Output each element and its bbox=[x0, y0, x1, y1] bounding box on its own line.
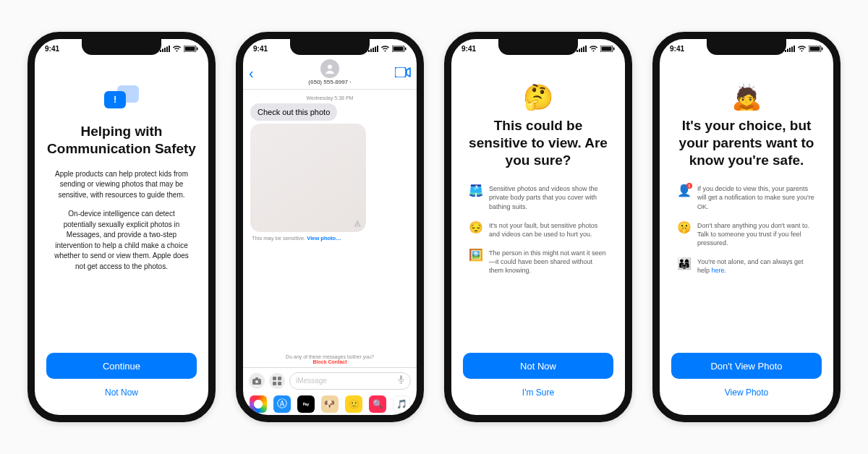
bother-question: Do any of these messages bother you? bbox=[250, 354, 409, 359]
app-images-search-icon[interactable]: 🔍 bbox=[369, 395, 386, 413]
screen-content: ! Helping with Communication Safety Appl… bbox=[35, 58, 208, 353]
signal-icon bbox=[785, 46, 795, 52]
wifi-icon bbox=[172, 46, 182, 52]
im-sure-button[interactable]: I'm Sure bbox=[463, 382, 613, 403]
wifi-icon bbox=[589, 46, 598, 52]
intro-paragraph-1: Apple products can help protect kids fro… bbox=[52, 169, 191, 201]
not-now-button[interactable]: Not Now bbox=[463, 353, 613, 379]
dont-share-icon: 🤫 bbox=[677, 221, 690, 234]
intro-paragraph-2: On-device intelligence can detect potent… bbox=[52, 209, 191, 272]
reason-text: Don't share anything you don't want to. … bbox=[697, 221, 816, 247]
app-appstore-icon[interactable]: Ⓐ bbox=[273, 395, 291, 413]
button-bar: Don't View Photo View Photo bbox=[660, 353, 833, 415]
device-notch bbox=[82, 39, 161, 55]
svg-rect-28 bbox=[581, 48, 582, 52]
svg-rect-22 bbox=[278, 377, 281, 380]
svg-point-20 bbox=[255, 380, 258, 383]
dictate-icon[interactable] bbox=[398, 375, 404, 386]
status-time: 9:41 bbox=[253, 45, 268, 53]
contact-header[interactable]: (650) 555-8997 › bbox=[243, 59, 417, 85]
not-now-button[interactable]: Not Now bbox=[46, 382, 197, 403]
button-bar: Continue Not Now bbox=[35, 353, 208, 415]
message-timestamp: Wednesday 5:38 PM bbox=[250, 95, 409, 100]
page-title: Helping with Communication Safety bbox=[46, 123, 197, 158]
reason-text: If you decide to view this, your parents… bbox=[697, 184, 816, 210]
camera-button[interactable] bbox=[249, 373, 265, 389]
reason-item: 👤1 If you decide to view this, your pare… bbox=[677, 184, 816, 210]
status-time: 9:41 bbox=[670, 45, 684, 53]
avatar-icon bbox=[320, 59, 339, 78]
app-drawer-button[interactable] bbox=[269, 373, 285, 389]
page-title: This could be sensitive to view. Are you… bbox=[463, 117, 613, 168]
view-photo-link[interactable]: View photo… bbox=[307, 235, 341, 241]
chevron-right-icon: › bbox=[349, 80, 351, 85]
message-composer: iMessage bbox=[243, 367, 417, 393]
svg-rect-30 bbox=[585, 46, 587, 52]
svg-rect-23 bbox=[273, 382, 276, 385]
svg-rect-38 bbox=[793, 46, 795, 52]
reason-text: The person in this might not want it see… bbox=[489, 249, 608, 275]
continue-button[interactable]: Continue bbox=[46, 353, 197, 379]
signal-icon bbox=[576, 46, 587, 52]
svg-rect-14 bbox=[393, 46, 404, 51]
app-animoji-dog-icon[interactable]: 🐶 bbox=[321, 395, 339, 413]
wifi-icon bbox=[797, 46, 807, 52]
svg-rect-4 bbox=[169, 46, 170, 52]
reasons-list: 🩳 Sensitive photos and videos show the p… bbox=[463, 184, 613, 275]
status-time: 9:41 bbox=[461, 45, 476, 53]
dont-view-photo-button[interactable]: Don't View Photo bbox=[671, 353, 822, 379]
svg-rect-6 bbox=[185, 46, 195, 51]
svg-rect-10 bbox=[373, 48, 374, 52]
signal-icon bbox=[160, 46, 170, 52]
parent-notification-icon: 👤1 bbox=[677, 184, 690, 197]
app-music-icon[interactable]: 🎵 bbox=[393, 395, 410, 413]
message-thread[interactable]: Wednesday 5:38 PM Check out this photo ◬… bbox=[243, 90, 417, 367]
svg-rect-9 bbox=[370, 48, 372, 52]
status-indicators bbox=[160, 46, 198, 52]
sad-face-icon: 😔 bbox=[469, 221, 482, 234]
svg-rect-26 bbox=[576, 50, 578, 52]
incoming-blurred-photo[interactable]: ◬ bbox=[250, 124, 366, 232]
reason-text: Sensitive photos and videos show the pri… bbox=[489, 184, 608, 210]
svg-rect-32 bbox=[602, 46, 612, 51]
contact-number: (650) 555-8997 bbox=[308, 79, 348, 85]
message-input[interactable]: iMessage bbox=[289, 372, 411, 390]
app-photos-icon[interactable] bbox=[250, 395, 267, 413]
svg-rect-12 bbox=[377, 46, 378, 52]
thinking-emoji-icon: 🤔 bbox=[463, 82, 613, 111]
screen-content: 🙇 It's your choice, but your parents wan… bbox=[660, 58, 833, 353]
app-memoji-icon[interactable]: 🙂 bbox=[345, 395, 362, 413]
svg-rect-15 bbox=[405, 47, 407, 50]
svg-rect-7 bbox=[197, 47, 198, 50]
view-photo-button[interactable]: View Photo bbox=[671, 382, 822, 403]
svg-rect-1 bbox=[162, 48, 163, 52]
signal-icon bbox=[368, 46, 378, 52]
reason-item: 🤫 Don't share anything you don't want to… bbox=[677, 221, 816, 247]
communication-safety-icon: ! bbox=[104, 85, 139, 114]
svg-rect-19 bbox=[255, 377, 258, 380]
svg-rect-0 bbox=[160, 50, 161, 52]
picture-frame-icon: 🖼️ bbox=[469, 249, 482, 262]
phone-3-sensitive-warning: 9:41 🤔 This could be sensitive to view. … bbox=[444, 32, 632, 422]
incoming-text-bubble[interactable]: Check out this photo bbox=[250, 103, 337, 121]
reason-item: 😔 It's not your fault, but sensitive pho… bbox=[469, 221, 608, 239]
page-title: It's your choice, but your parents want … bbox=[671, 117, 822, 168]
svg-rect-40 bbox=[810, 46, 820, 51]
sensitive-caption: This may be sensitive. View photo… bbox=[252, 235, 409, 241]
bother-prompt: Do any of these messages bother you? Blo… bbox=[250, 354, 409, 367]
svg-rect-37 bbox=[791, 46, 793, 52]
reason-item: 👨‍👩‍👧 You're not alone, and can always g… bbox=[677, 257, 816, 275]
status-time: 9:41 bbox=[45, 45, 59, 53]
battery-icon bbox=[392, 46, 407, 52]
app-apple-pay-icon[interactable]: Pay bbox=[297, 395, 315, 413]
status-indicators bbox=[785, 46, 823, 52]
svg-rect-11 bbox=[375, 46, 376, 52]
phone-4-parent-notification-warning: 9:41 🙇 It's your choice, but your parent… bbox=[652, 32, 841, 422]
reason-item: 🖼️ The person in this might not want it … bbox=[469, 249, 608, 275]
warning-icon: ◬ bbox=[354, 218, 360, 228]
block-contact-link[interactable]: Block Contact bbox=[312, 359, 346, 364]
svg-rect-24 bbox=[278, 382, 281, 385]
help-here-link[interactable]: here bbox=[712, 267, 725, 274]
message-placeholder: iMessage bbox=[296, 377, 327, 385]
messages-header: ‹ (650) 555-8997 › bbox=[243, 58, 417, 90]
